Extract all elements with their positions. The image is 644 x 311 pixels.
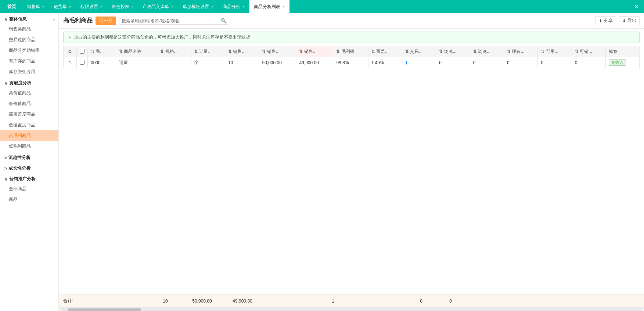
sidebar-group-growth[interactable]: > 成长性分析 bbox=[0, 162, 58, 173]
sidebar-item-low-value[interactable]: 低价值商品 bbox=[0, 98, 58, 109]
nav-tab-template[interactable]: 单据模板设置 × bbox=[178, 0, 218, 13]
summary-transaction: 1 bbox=[329, 299, 358, 304]
summary-available: 0 bbox=[446, 299, 476, 304]
settings-icon[interactable]: ⚙ bbox=[68, 49, 72, 54]
close-all-button[interactable]: × bbox=[630, 3, 643, 10]
sidebar-item-high-margin[interactable]: 高毛利商品 bbox=[0, 130, 58, 141]
sidebar-group-overall[interactable]: ∨ 整体信息 bbox=[0, 13, 58, 24]
sidebar-item-all-goods[interactable]: 全部商品 bbox=[0, 184, 58, 194]
nav-tab-permission[interactable]: 权限设置 × bbox=[76, 0, 107, 13]
bottom-scrollbar[interactable] bbox=[59, 307, 644, 311]
sort-icon-4: ⇅ bbox=[194, 49, 198, 54]
content-area: 高毛利商品 近一月 🔍 ⬆ 分享 ⬇ 导出 ✦ 企业的主要的利润都是这部分商品创… bbox=[59, 13, 644, 311]
sidebar-group-marketing[interactable]: ∨ 营销推广分析 bbox=[0, 173, 58, 184]
col-header-code[interactable]: ⇅ 商... bbox=[88, 46, 116, 57]
sidebar: « ∨ 整体信息 销售类商品 交易过的商品 商品分类助销率 有库存的商品 库存资… bbox=[0, 13, 59, 311]
nav-tab-goods-analysis-list[interactable]: 商品分析列表 × bbox=[249, 0, 289, 13]
nav-tab-product-in-close[interactable]: × bbox=[171, 5, 173, 9]
info-icon: ✦ bbox=[68, 35, 72, 40]
table-container[interactable]: ⚙ ⇅ 商... ⇅ 商品名称 bbox=[59, 46, 644, 294]
col-header-available[interactable]: ⇅ 可用... bbox=[538, 46, 572, 57]
sort-icon-10: ⇅ bbox=[405, 49, 409, 54]
col-header-gross-margin[interactable]: ⇅ 毛利率 bbox=[333, 46, 368, 57]
sidebar-collapse-button[interactable]: « bbox=[53, 16, 55, 22]
arrow-icon-4: > bbox=[4, 166, 7, 171]
nav-tab-sales-close[interactable]: × bbox=[42, 5, 44, 9]
sidebar-item-low-coverage[interactable]: 低覆盖度商品 bbox=[0, 120, 58, 130]
col-header-sales-qty[interactable]: ⇅ 销售... bbox=[225, 46, 259, 57]
cell-transaction: 1 bbox=[402, 57, 436, 68]
nav-tab-permission-close[interactable]: × bbox=[100, 5, 102, 9]
search-icon[interactable]: 🔍 bbox=[221, 18, 227, 23]
col-header-transaction[interactable]: ⇅ 交易... bbox=[402, 46, 436, 57]
scrollbar-thumb[interactable] bbox=[68, 308, 141, 311]
share-button[interactable]: ⬆ 分享 bbox=[596, 16, 616, 25]
nav-tab-goods-analysis-close[interactable]: × bbox=[242, 5, 245, 9]
sidebar-item-high-value[interactable]: 高价值商品 bbox=[0, 88, 58, 98]
sidebar-item-high-coverage[interactable]: 高覆盖度商品 bbox=[0, 109, 58, 120]
sort-icon-8: ⇅ bbox=[336, 49, 340, 54]
col-header-sales-profit[interactable]: ⇅ 销售... bbox=[296, 46, 333, 57]
nav-tab-goods-analysis[interactable]: 商品分析 × bbox=[218, 0, 249, 13]
nav-tab-product-in[interactable]: 产成品入库单 × bbox=[138, 0, 178, 13]
nav-tab-purchase[interactable]: 进货单 × bbox=[49, 0, 76, 13]
cell-available: 0 bbox=[538, 57, 572, 68]
nav-tab-home[interactable]: 首页 bbox=[1, 0, 22, 13]
sidebar-item-low-margin[interactable]: 低毛利商品 bbox=[0, 141, 58, 152]
nav-tab-goods-analysis-list-label: 商品分析列表 bbox=[254, 4, 280, 10]
col-header-tag[interactable]: 标签 bbox=[606, 46, 640, 57]
sidebar-group-flow[interactable]: > 流趋性分析 bbox=[0, 152, 58, 162]
cell-browse1: 0 bbox=[436, 57, 470, 68]
cell-check[interactable] bbox=[77, 57, 88, 68]
nav-tab-purchase-label: 进货单 bbox=[54, 4, 67, 10]
arrow-icon-3: > bbox=[4, 155, 7, 160]
sort-icon-6: ⇅ bbox=[262, 49, 266, 54]
col-header-name[interactable]: ⇅ 商品名称 bbox=[116, 46, 157, 57]
cell-link[interactable]: 1 bbox=[405, 60, 408, 65]
col-header-coverage[interactable]: ⇅ 覆盖... bbox=[368, 46, 402, 57]
sort-icon-9: ⇅ bbox=[371, 49, 375, 54]
sidebar-item-stocked-goods[interactable]: 有库存的商品 bbox=[0, 56, 58, 66]
info-banner: ✦ 企业的主要的利润都是这部分商品创造的，可考虑加大推广，同时关注库存是不要出现… bbox=[63, 32, 640, 43]
nav-tab-purchase-close[interactable]: × bbox=[69, 5, 71, 9]
nav-tab-goods-analysis-list-close[interactable]: × bbox=[283, 5, 285, 9]
col-header-browse1[interactable]: ⇅ 浏览... bbox=[436, 46, 470, 57]
nav-tab-template-close[interactable]: × bbox=[211, 5, 213, 9]
sidebar-group-growth-label: 成长性分析 bbox=[8, 165, 30, 171]
col-header-spec[interactable]: ⇅ 规格... bbox=[157, 46, 191, 57]
tag-badge: 高收入 bbox=[609, 59, 626, 66]
sidebar-item-category-rate[interactable]: 商品分类助销率 bbox=[0, 45, 58, 56]
col-header-saleable[interactable]: ⇅ 可销... bbox=[572, 46, 605, 57]
cell-sales-qty: 10 bbox=[225, 57, 259, 68]
sort-icon-13: ⇅ bbox=[507, 49, 511, 54]
col-header-check[interactable] bbox=[77, 46, 88, 57]
sidebar-item-sales-goods[interactable]: 销售类商品 bbox=[0, 24, 58, 35]
sidebar-group-contribution[interactable]: ∨ 贡献度分析 bbox=[0, 77, 58, 88]
filter-recent-month-button[interactable]: 近一月 bbox=[96, 17, 116, 25]
nav-tab-permission-label: 权限设置 bbox=[80, 4, 98, 10]
col-header-index[interactable]: ⚙ bbox=[64, 46, 77, 57]
table-header-row: ⚙ ⇅ 商... ⇅ 商品名称 bbox=[64, 46, 640, 57]
col-header-browse2[interactable]: ⇅ 浏览... bbox=[470, 46, 504, 57]
export-icon: ⬇ bbox=[622, 18, 626, 23]
col-header-sales-amount[interactable]: ⇅ 销售... bbox=[259, 46, 296, 57]
export-label: 导出 bbox=[627, 18, 636, 24]
select-all-checkbox[interactable] bbox=[80, 49, 84, 54]
arrow-icon-2: ∨ bbox=[4, 81, 8, 86]
nav-tab-sales[interactable]: 销售单 × bbox=[22, 0, 49, 13]
nav-tab-role-close[interactable]: × bbox=[132, 5, 134, 9]
col-header-unit[interactable]: ⇅ 计量... bbox=[191, 46, 225, 57]
search-input[interactable] bbox=[122, 18, 221, 23]
sidebar-item-new-goods[interactable]: 新品 bbox=[0, 194, 58, 205]
nav-tab-template-label: 单据模板设置 bbox=[183, 4, 209, 10]
sidebar-item-stock-capital[interactable]: 库存资金占用 bbox=[0, 66, 58, 77]
cell-browse2: 0 bbox=[470, 57, 504, 68]
arrow-icon: ∨ bbox=[4, 17, 8, 22]
nav-tab-role[interactable]: 角色授权 × bbox=[107, 0, 138, 13]
scrollbar-track bbox=[60, 308, 643, 311]
export-button[interactable]: ⬇ 导出 bbox=[619, 16, 640, 25]
col-header-current-stock[interactable]: ⇅ 现有... bbox=[504, 46, 538, 57]
sidebar-item-traded-goods[interactable]: 交易过的商品 bbox=[0, 35, 58, 45]
cell-index: 1 bbox=[64, 57, 77, 68]
main-layout: « ∨ 整体信息 销售类商品 交易过的商品 商品分类助销率 有库存的商品 库存资… bbox=[0, 13, 644, 311]
